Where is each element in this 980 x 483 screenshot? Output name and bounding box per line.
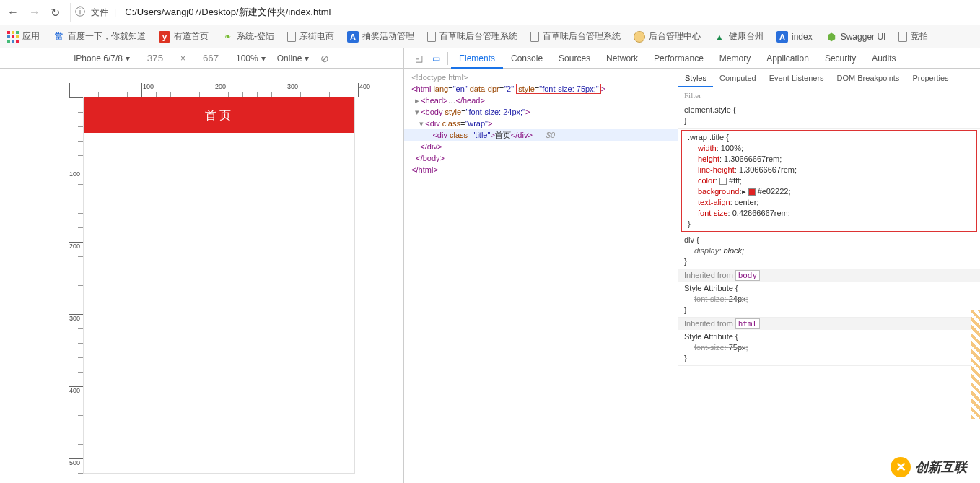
bookmark-qj[interactable]: 亲街电商 bbox=[287, 30, 334, 43]
tab-security[interactable]: Security bbox=[817, 48, 864, 69]
styles-tabbar: Styles Computed Event Listeners DOM Brea… bbox=[678, 69, 980, 87]
tab-audits[interactable]: Audits bbox=[864, 48, 904, 69]
info-icon: ⓘ bbox=[75, 6, 85, 19]
url-scheme-label: 文件 bbox=[91, 6, 108, 19]
width-input[interactable] bbox=[141, 53, 169, 64]
el-doctype[interactable]: <!doctype html> bbox=[404, 71, 678, 83]
el-body-open[interactable]: ▾<body style="font-size: 24px;"> bbox=[404, 106, 678, 118]
el-wrap-open[interactable]: ▾<div class="wrap"> bbox=[404, 118, 678, 129]
tab-event-listeners[interactable]: Event Listeners bbox=[763, 69, 831, 87]
bookmarks-bar: 应用 當百度一下，你就知道 y有道首页 ❧系统-登陆 亲街电商 A抽奖活动管理 … bbox=[0, 25, 980, 48]
youdao-icon: y bbox=[159, 31, 170, 43]
ruler-vertical: 100200300400500 bbox=[69, 97, 84, 473]
bookmark-apps[interactable]: 应用 bbox=[7, 30, 40, 43]
chevron-down-icon: ▾ bbox=[261, 53, 266, 64]
file-icon bbox=[530, 32, 539, 42]
throttle-select[interactable]: Online ▾ bbox=[277, 53, 310, 64]
apps-icon bbox=[7, 31, 19, 43]
rule-wrap-title[interactable]: .wrap .title { width: 100%; height: 1.30… bbox=[681, 130, 977, 232]
file-icon bbox=[427, 32, 436, 42]
device-select[interactable]: iPhone 6/7/8 ▾ bbox=[74, 53, 130, 64]
device-toolbar: iPhone 6/7/8 ▾ × 100% ▾ Online ▾ ⊘ bbox=[0, 48, 403, 69]
el-body-close[interactable]: </body> bbox=[404, 152, 678, 164]
bookmark-swag[interactable]: ⬢Swagger UI bbox=[826, 31, 886, 43]
inherited-body: Inherited from body bbox=[678, 269, 980, 282]
bookmark-ht[interactable]: 后台管理中心 bbox=[634, 30, 701, 43]
tab-performance[interactable]: Performance bbox=[646, 48, 712, 69]
bookmark-bcw2[interactable]: 百草味后台管理系统 bbox=[530, 30, 621, 43]
bookmark-jp[interactable]: 竞拍 bbox=[898, 30, 928, 43]
baidu-icon: 當 bbox=[53, 31, 64, 43]
height-input[interactable] bbox=[197, 53, 224, 64]
swagger-icon: ⬢ bbox=[826, 31, 837, 43]
rule-html-attr[interactable]: Style Attribute { font-size: 75px; } bbox=[678, 330, 980, 366]
tab-application[interactable]: Application bbox=[758, 48, 817, 69]
inspect-icon[interactable]: ◱ bbox=[410, 53, 427, 64]
viewport-area: 100200300400 100200300400500 首页 bbox=[0, 69, 403, 483]
styles-panel: Styles Computed Event Listeners DOM Brea… bbox=[678, 69, 980, 483]
forward-button[interactable]: → bbox=[29, 6, 40, 19]
tab-memory[interactable]: Memory bbox=[712, 48, 758, 69]
url-path: C:/Users/wangj07/Desktop/新建文件夹/index.htm… bbox=[125, 6, 331, 19]
bookmark-sys[interactable]: ❧系统-登陆 bbox=[222, 30, 274, 43]
back-button[interactable]: ← bbox=[7, 6, 19, 19]
elements-panel[interactable]: <!doctype html> <html lang="en" data-dpr… bbox=[404, 69, 678, 483]
bookmark-youdao[interactable]: y有道首页 bbox=[159, 30, 209, 43]
bookmark-jk[interactable]: ▲健康台州 bbox=[714, 30, 764, 43]
no-throttle-icon[interactable]: ⊘ bbox=[320, 53, 329, 64]
tab-dom-breakpoints[interactable]: DOM Breakpoints bbox=[831, 69, 906, 87]
device-preview-pane: iPhone 6/7/8 ▾ × 100% ▾ Online ▾ ⊘ 10020… bbox=[0, 48, 404, 483]
phone-viewport[interactable]: 首页 bbox=[84, 97, 354, 473]
disc-icon bbox=[634, 31, 645, 43]
triangle-icon: ▲ bbox=[714, 31, 725, 43]
device-mode-icon[interactable]: ▭ bbox=[427, 53, 445, 64]
el-head[interactable]: ▸<head>…</head> bbox=[404, 95, 678, 106]
tab-network[interactable]: Network bbox=[598, 48, 646, 69]
bookmark-idx[interactable]: Aindex bbox=[776, 31, 813, 43]
leaf-icon: ❧ bbox=[222, 31, 233, 43]
inherited-html: Inherited from html bbox=[678, 318, 980, 330]
watermark-icon: ✕ bbox=[891, 457, 911, 477]
watermark: ✕创新互联 bbox=[891, 457, 967, 477]
address-bar[interactable]: ⓘ 文件 | C:/Users/wangj07/Desktop/新建文件夹/in… bbox=[70, 3, 973, 22]
browser-toolbar: ← → ↻ ⓘ 文件 | C:/Users/wangj07/Desktop/新建… bbox=[0, 0, 980, 25]
a-icon: A bbox=[776, 31, 788, 43]
bookmark-baidu[interactable]: 當百度一下，你就知道 bbox=[53, 30, 146, 43]
styles-filter[interactable]: Filter bbox=[678, 87, 980, 103]
times-icon: × bbox=[180, 53, 185, 64]
el-wrap-close[interactable]: </div> bbox=[404, 141, 678, 152]
page-title-bar: 首页 bbox=[84, 97, 354, 133]
bookmark-cj[interactable]: A抽奖活动管理 bbox=[347, 30, 414, 43]
devtools-tabbar: ◱ ▭ Elements Console Sources Network Per… bbox=[404, 48, 980, 69]
a-icon: A bbox=[347, 31, 359, 43]
chevron-down-icon: ▾ bbox=[305, 53, 309, 64]
rule-element-style[interactable]: element.style { } bbox=[678, 103, 980, 129]
ruler-horizontal: 100200300400 bbox=[69, 83, 358, 97]
el-html-open[interactable]: <html lang="en" data-dpr="2" style="font… bbox=[404, 83, 678, 95]
reload-button[interactable]: ↻ bbox=[51, 6, 60, 19]
file-icon bbox=[287, 32, 296, 42]
chevron-down-icon: ▾ bbox=[126, 53, 130, 64]
tab-console[interactable]: Console bbox=[503, 48, 551, 69]
rule-body-attr[interactable]: Style Attribute { font-size: 24px; } bbox=[678, 282, 980, 318]
tab-elements[interactable]: Elements bbox=[451, 48, 503, 69]
el-html-close[interactable]: </html> bbox=[404, 164, 678, 175]
devtools-pane: ◱ ▭ Elements Console Sources Network Per… bbox=[404, 48, 980, 483]
rule-div[interactable]: div { display: block; } bbox=[678, 233, 980, 269]
el-title-selected[interactable]: <div class="title">首页</div> == $0 bbox=[404, 129, 678, 141]
tab-sources[interactable]: Sources bbox=[551, 48, 598, 69]
zoom-select[interactable]: 100% ▾ bbox=[236, 53, 266, 64]
decorative-stripe bbox=[971, 310, 980, 419]
file-icon bbox=[898, 32, 907, 42]
tab-properties[interactable]: Properties bbox=[906, 69, 955, 87]
tab-computed[interactable]: Computed bbox=[713, 69, 763, 87]
tab-styles[interactable]: Styles bbox=[678, 69, 713, 87]
bookmark-bcw1[interactable]: 百草味后台管理系统 bbox=[427, 30, 517, 43]
